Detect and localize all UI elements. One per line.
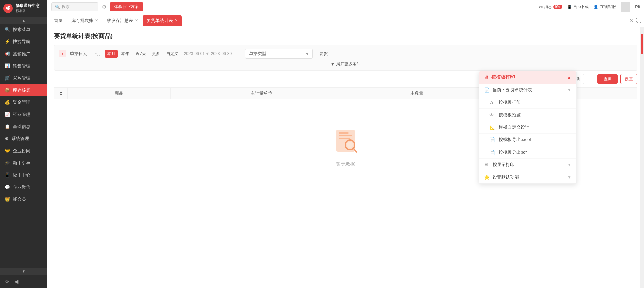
messages-badge: 99+ [553,5,562,9]
sidebar-item-member[interactable]: 👑 畅会员 [0,193,47,205]
set-default-icon: ⭐ [484,174,490,180]
online-service-btn[interactable]: 👤 在线客服 [593,4,616,10]
sidebar-logo: 畅 畅康通好生意 标准版 [0,0,47,17]
date-btns: 上月 本月 本年 近7天 更多 自定义 [91,50,181,58]
template-preview-item[interactable]: 👁 按模板预览 [479,109,576,121]
scrollbar-thumb[interactable] [641,34,643,54]
tab-collection-summary[interactable]: 收发存汇总表 ✕ [103,15,142,26]
current-year-btn[interactable]: 本年 [119,50,132,58]
export-pdf-icon: 📄 [489,150,495,155]
print-dropdown-collapse-icon[interactable]: ▲ [567,75,572,80]
settings-action-btn[interactable]: 设置 [620,74,637,84]
system-icon: ⚙ [5,136,9,141]
display-print-arrow: ▼ [567,162,572,167]
export-pdf-item[interactable]: 📄 按模板导出pdf [479,146,576,159]
sidebar-item-label-app: 应用中心 [13,172,30,178]
template-print-item[interactable]: 🖨 按模板打印 [479,96,576,109]
last-7-days-btn[interactable]: 近7天 [133,50,148,58]
sidebar-item-finance[interactable]: 💰 资金管理 [0,96,47,108]
avatar[interactable] [621,2,630,12]
tab-home[interactable]: 首页 [50,15,67,26]
table-settings-th[interactable]: ⚙ [54,88,68,99]
sidebar-item-app[interactable]: 📱 应用中心 [0,169,47,181]
more-date-btn[interactable]: 更多 [150,50,163,58]
sidebar-item-sales[interactable]: 📊 销售管理 [0,60,47,72]
marketing-icon: 📢 [5,51,10,56]
app-download-btn[interactable]: 📱 App下载 [567,4,589,10]
scroll-down-btn[interactable]: ▼ [0,268,47,275]
current-month-btn[interactable]: 本月 [105,50,118,58]
current-template-item[interactable]: 📄 当前：要货单统计表 ▼ [479,84,576,96]
sidebar-item-label-finance: 资金管理 [13,99,30,105]
window-maximize-btn[interactable]: ⛶ [636,17,641,24]
template-preview-icon: 👁 [489,112,495,118]
export-excel-label: 按模板导出excel [499,137,531,143]
app-download-icon: 📱 [567,5,572,9]
sidebar-item-system[interactable]: ⚙ 系统管理 [0,133,47,145]
tab-batch-account[interactable]: 库存批次账 ✕ [67,15,102,26]
current-template-icon: 📄 [484,87,490,93]
custom-date-btn[interactable]: 自定义 [164,50,181,58]
display-print-icon: 🖥 [484,162,490,167]
expand-more-row: ▼ 展开更多条件 [59,61,632,67]
scroll-up-btn[interactable]: ▲ [0,17,47,24]
table-product-th: 商品 [68,88,171,99]
sidebar-item-purchase[interactable]: 🛒 采购管理 [0,72,47,84]
set-default-item[interactable]: ⭐ 设置默认功能 ▼ [479,171,576,183]
sidebar-item-label-collab: 企业协同 [13,148,30,154]
sales-icon: 📊 [5,63,10,68]
template-design-item[interactable]: 📐 模板自定义设计 [479,121,576,134]
sidebar-item-guide[interactable]: 🎓 新手引导 [0,157,47,169]
topbar-search-icon: 🔍 [55,5,60,9]
expand-more-label: 展开更多条件 [336,61,360,67]
collapse-btn[interactable]: ◀ [14,278,18,285]
order-type-label: 单据类型 [249,51,266,57]
service-icon: 👤 [593,5,598,9]
sidebar-item-label-search: 搜索菜单 [13,27,30,33]
query-btn[interactable]: 查询 [597,74,618,84]
more-actions-btn[interactable]: ··· [587,75,595,83]
table-quantity-th: 主数量 [352,88,481,99]
tab-collection-close[interactable]: ✕ [135,18,138,23]
user-name[interactable]: Rit [635,5,640,9]
export-excel-item[interactable]: 📄 按模板导出excel [479,134,576,146]
sidebar-item-inventory[interactable]: 📦 库存核算 [0,84,47,96]
expand-chevron-icon: ▼ [331,62,335,67]
messages-btn[interactable]: ✉ 消息 99+ [539,4,562,10]
search-menu-icon: 🔍 [5,27,10,32]
template-print-label: 按模板打印 [499,99,521,105]
sidebar-item-wechat[interactable]: 💬 企业微信 [0,181,47,193]
sidebar-item-label-basic: 基础信息 [13,124,30,130]
right-scrollbar[interactable] [640,27,644,288]
sidebar-item-label-wechat: 企业微信 [13,184,30,190]
svg-rect-3 [339,138,350,139]
tab-order-stats[interactable]: 要货单统计表 ✕ [143,15,182,26]
tab-batch-account-close[interactable]: ✕ [95,18,98,23]
svg-rect-1 [339,132,349,134]
template-print-icon: 🖨 [489,100,495,105]
sidebar-item-marketing[interactable]: 📢 营销推广 [0,48,47,60]
trial-btn[interactable]: 体验行业方案 [110,2,143,11]
filter-row: › 单据日期 上月 本月 本年 近7天 更多 自定义 2023-06-01 至 … [59,49,632,59]
current-template-label: 当前：要货单统计表 [493,87,532,93]
sidebar-item-operations[interactable]: 📈 经营管理 [0,108,47,121]
order-type-dropdown[interactable]: 单据类型 ▼ [245,49,313,59]
sidebar-item-basic[interactable]: 📋 基础信息 [0,121,47,133]
window-minimize-btn[interactable]: ✕ [629,17,633,24]
tab-collection-label: 收发存汇总表 [107,18,133,24]
sidebar-item-label-purchase: 采购管理 [13,75,30,81]
sidebar-item-search[interactable]: 🔍 搜索菜单 [0,24,47,36]
sidebar-item-collab[interactable]: 🤝 企业协同 [0,145,47,157]
sidebar-nav: 🔍 搜索菜单 ⚡ 快捷导航 📢 营销推广 📊 销售管理 🛒 采购管理 📦 [0,24,47,268]
topbar-search[interactable]: 🔍 搜索 [51,2,98,11]
expand-more-btn[interactable]: ▼ 展开更多条件 [331,61,360,67]
tab-order-stats-close[interactable]: ✕ [175,18,178,23]
app-center-icon: 📱 [5,172,10,178]
filter-expand-icon-btn[interactable]: › [59,50,66,57]
sidebar-item-quick-nav[interactable]: ⚡ 快捷导航 [0,36,47,48]
settings-icon-btn[interactable]: ⚙ [5,278,9,285]
topbar-gear-btn[interactable]: ⚙ [102,4,106,10]
prev-month-btn[interactable]: 上月 [91,50,104,58]
display-print-item[interactable]: 🖥 按显示打印 ▼ [479,159,576,171]
order-type-arrow-icon: ▼ [305,52,309,56]
